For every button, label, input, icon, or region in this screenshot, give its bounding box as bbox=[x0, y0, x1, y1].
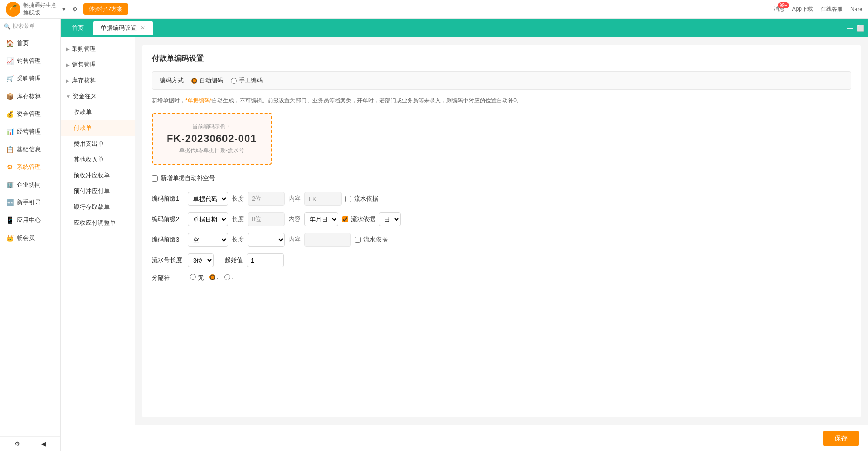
tab-maximize-icon[interactable]: ⬜ bbox=[857, 25, 864, 32]
tabbar: 首页 单据编码设置 ✕ — ⬜ bbox=[61, 19, 868, 37]
separator-dot-option[interactable]: · bbox=[209, 274, 219, 282]
sub-item-other-income[interactable]: 其他收入单 bbox=[61, 152, 135, 168]
message-badge: 99+ bbox=[778, 2, 789, 8]
sidebar-item-member[interactable]: 👑 畅会员 bbox=[0, 229, 60, 247]
manual-encode-radio[interactable] bbox=[231, 78, 237, 84]
prefix1-select[interactable]: 单据代码 单据日期 空 部门 业务员 bbox=[188, 192, 228, 206]
nav-dropdown[interactable]: ▾ bbox=[61, 6, 67, 13]
prefix2-content-select[interactable]: 年月日 年月 年 bbox=[304, 212, 338, 226]
prefix1-content-label: 内容 bbox=[289, 195, 301, 203]
chevron-right-icon: ▶ bbox=[66, 47, 70, 52]
basic-icon: 📋 bbox=[6, 145, 14, 154]
settings-icon[interactable]: ⚙ bbox=[70, 6, 80, 13]
sub-group-inventory[interactable]: ▶ 库存核算 bbox=[61, 73, 135, 88]
separator-none-option[interactable]: 无 bbox=[190, 274, 204, 282]
separator-row: 分隔符 无 · · bbox=[152, 274, 851, 282]
tab-actions: — ⬜ bbox=[847, 25, 864, 32]
sidebar-item-home[interactable]: 🏠 首页 bbox=[0, 34, 60, 52]
tab-home[interactable]: 首页 bbox=[64, 21, 91, 35]
prefix2-stream-checkbox[interactable] bbox=[342, 216, 348, 222]
sub-group-purchase[interactable]: ▶ 采购管理 bbox=[61, 41, 135, 57]
sidebar-item-system[interactable]: ⚙ 系统管理 bbox=[0, 158, 60, 176]
sidebar-item-appcenter[interactable]: 📱 应用中心 bbox=[0, 211, 60, 229]
prefix2-stream-row: 流水依据 bbox=[342, 215, 375, 223]
prefix2-length-value: 8位 bbox=[248, 212, 285, 226]
separator-dot2-radio[interactable] bbox=[224, 274, 230, 280]
footer-collapse-icon[interactable]: ◀ bbox=[41, 440, 46, 447]
sub-group-sales[interactable]: ▶ 销售管理 bbox=[61, 57, 135, 73]
user-name[interactable]: Nare bbox=[850, 6, 862, 13]
system-icon: ⚙ bbox=[6, 163, 14, 171]
prefix3-content-value bbox=[304, 233, 351, 247]
stream-length-label: 流水号长度 bbox=[152, 256, 184, 264]
separator-label: 分隔符 bbox=[152, 274, 184, 282]
prefix3-select[interactable]: 空 单据代码 单据日期 部门 业务员 bbox=[188, 233, 228, 247]
page-title: 付款单编码设置 bbox=[152, 54, 851, 64]
logo-text: 畅捷通好生意 旗舰版 bbox=[23, 2, 57, 16]
home-icon: 🏠 bbox=[6, 39, 14, 47]
prefix1-stream-row: 流水依据 bbox=[345, 195, 378, 203]
sidebar-item-newguide[interactable]: 🆕 新手引导 bbox=[0, 194, 60, 211]
app-download[interactable]: App下载 bbox=[792, 5, 813, 13]
sub-group-capital[interactable]: ▼ 资金往来 bbox=[61, 88, 135, 104]
auto-fill-label: 新增单据自动补空号 bbox=[161, 174, 215, 182]
topbar-right: 消息 99+ App下载 在线客服 Nare bbox=[774, 5, 862, 13]
footer-settings-icon[interactable]: ⚙ bbox=[14, 440, 20, 447]
sub-item-prepaid-offset[interactable]: 预收冲应收单 bbox=[61, 168, 135, 183]
sidebar-item-operations[interactable]: 📊 经营管理 bbox=[0, 123, 60, 141]
tab-encoding-settings[interactable]: 单据编码设置 ✕ bbox=[93, 21, 153, 35]
sub-item-receipt[interactable]: 收款单 bbox=[61, 104, 135, 120]
sidebar-item-basic[interactable]: 📋 基础信息 bbox=[0, 141, 60, 158]
sub-sidebar: ▶ 采购管理 ▶ 销售管理 ▶ 库存核算 ▼ 资金往来 收款单 付款单 费用支出… bbox=[61, 37, 135, 451]
prefix2-stream-unit-select[interactable]: 日 月 年 bbox=[379, 212, 401, 226]
topbar-left: 🍊 畅捷通好生意 旗舰版 ▾ ⚙ 体验行业方案 bbox=[6, 2, 128, 17]
separator-dot2-option[interactable]: · bbox=[224, 274, 234, 282]
separator-dot-radio[interactable] bbox=[209, 274, 215, 280]
logo-icon: 🍊 bbox=[6, 2, 20, 17]
sub-item-bank[interactable]: 银行存取款单 bbox=[61, 199, 135, 215]
prefix3-length-label: 长度 bbox=[232, 236, 244, 244]
sub-item-ar-ap-adjust[interactable]: 应收应付调整单 bbox=[61, 215, 135, 231]
sales-icon: 📈 bbox=[6, 57, 14, 65]
sidebar-item-finance[interactable]: 💰 资金管理 bbox=[0, 105, 60, 123]
online-service[interactable]: 在线客服 bbox=[821, 5, 843, 13]
newguide-icon: 🆕 bbox=[6, 198, 14, 207]
prefix1-row: 编码前缀1 单据代码 单据日期 空 部门 业务员 长度 2位 内容 bbox=[152, 192, 851, 206]
prefix1-content-value: FK bbox=[304, 192, 342, 206]
prefix3-length-select[interactable] bbox=[248, 233, 285, 247]
prefix2-stream-label: 流水依据 bbox=[351, 215, 375, 223]
auto-encode-option[interactable]: 自动编码 bbox=[191, 76, 223, 85]
start-value-input[interactable] bbox=[247, 253, 284, 267]
sub-item-payment[interactable]: 付款单 bbox=[61, 120, 135, 136]
save-button[interactable]: 保存 bbox=[823, 431, 859, 446]
prefix2-select[interactable]: 单据日期 单据代码 空 部门 业务员 bbox=[188, 212, 228, 226]
tab-minimize-icon[interactable]: — bbox=[847, 25, 853, 32]
prefix2-row: 编码前缀2 单据日期 单据代码 空 部门 业务员 长度 8位 内容 bbox=[152, 212, 851, 226]
sidebar-item-purchase[interactable]: 🛒 采购管理 bbox=[0, 70, 60, 88]
auto-encode-radio[interactable] bbox=[191, 78, 197, 84]
stream-length-select[interactable]: 3位 4位 5位 bbox=[188, 253, 214, 267]
trial-button[interactable]: 体验行业方案 bbox=[83, 3, 128, 15]
topbar: 🍊 畅捷通好生意 旗舰版 ▾ ⚙ 体验行业方案 消息 99+ App下载 在线客… bbox=[0, 0, 868, 19]
separator-none-radio[interactable] bbox=[190, 274, 196, 280]
sidebar-item-sales[interactable]: 📈 销售管理 bbox=[0, 52, 60, 70]
topbar-nav: ▾ ⚙ bbox=[61, 6, 80, 13]
sub-item-advance-offset[interactable]: 预付冲应付单 bbox=[61, 183, 135, 199]
tab-close-icon[interactable]: ✕ bbox=[141, 25, 145, 31]
bottom-bar: 保存 bbox=[135, 425, 868, 451]
sub-item-expense[interactable]: 费用支出单 bbox=[61, 136, 135, 152]
prefix3-stream-checkbox[interactable] bbox=[355, 237, 361, 243]
sidebar-item-enterprise[interactable]: 🏢 企业协同 bbox=[0, 176, 60, 194]
preview-sub: 单据代码-单据日期-流水号 bbox=[167, 147, 257, 155]
prefix1-stream-checkbox[interactable] bbox=[345, 196, 351, 202]
manual-encode-option[interactable]: 手工编码 bbox=[231, 76, 263, 85]
appcenter-icon: 📱 bbox=[6, 216, 14, 224]
left-sidebar: 🔍 搜索菜单 🏠 首页 📈 销售管理 🛒 采购管理 📦 库存核算 💰 资金管理 … bbox=[0, 19, 61, 451]
sidebar-item-inventory[interactable]: 📦 库存核算 bbox=[0, 88, 60, 105]
code-preview-box: 当前编码示例： FK-20230602-001 单据代码-单据日期-流水号 bbox=[152, 113, 272, 165]
chevron-down-icon: ▼ bbox=[66, 94, 71, 99]
auto-fill-checkbox[interactable] bbox=[152, 175, 158, 182]
sidebar-footer: ⚙ ◀ bbox=[0, 436, 60, 451]
sidebar-search[interactable]: 🔍 搜索菜单 bbox=[0, 19, 60, 34]
message-button[interactable]: 消息 99+ bbox=[774, 5, 785, 13]
